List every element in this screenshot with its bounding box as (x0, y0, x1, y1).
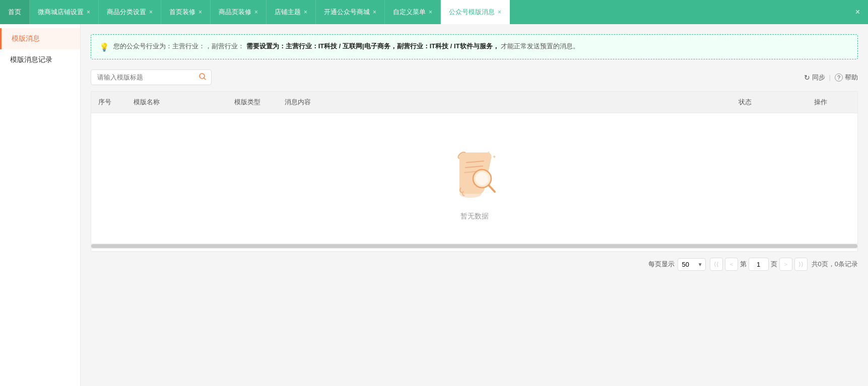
search-input[interactable] (91, 69, 212, 85)
page-size-label: 每页显示 (648, 260, 675, 269)
nav-tab-product-category-close[interactable]: × (149, 9, 153, 16)
prev-page-button[interactable]: ＜ (725, 258, 738, 271)
search-bar: ↻ 同步 | ? 帮助 (91, 69, 858, 85)
col-header-seq: 序号 (91, 92, 126, 113)
col-header-content: 消息内容 (278, 92, 731, 113)
svg-point-7 (476, 172, 489, 185)
main-layout: 模版消息 模版消息记录 💡 您的公众号行业为：主营行业：，副营行业： 需要设置为… (0, 24, 868, 386)
sidebar: 模版消息 模版消息记录 (0, 24, 81, 386)
nav-tab-shop-theme-close[interactable]: × (304, 9, 307, 16)
sidebar-item-template-message[interactable]: 模版消息 (0, 28, 80, 49)
sync-icon: ↻ (804, 73, 810, 82)
total-info: 共0页，0条记录 (812, 260, 858, 269)
page-input[interactable] (749, 258, 769, 271)
page-size-select: 每页显示 50 10 20 100 ▼ (648, 258, 706, 271)
nav-tab-shop-theme-label: 店铺主题 (275, 8, 301, 17)
col-header-status: 状态 (731, 92, 807, 113)
nav-tab-product-page-close[interactable]: × (254, 9, 258, 16)
empty-text: 暂无数据 (460, 212, 489, 221)
table-header-row: 序号 模版名称 模版类型 消息内容 状态 (91, 92, 857, 113)
notice-text: 您的公众号行业为：主营行业：，副营行业： 需要设置为：主营行业：IT科技 / 互… (113, 42, 579, 51)
svg-text:✦: ✦ (492, 154, 496, 160)
nav-tab-template-message-label: 公众号模版消息 (449, 8, 495, 17)
data-table: 序号 模版名称 模版类型 消息内容 状态 (91, 92, 857, 241)
nav-tab-home-label: 首页 (8, 8, 21, 17)
page-input-wrap (749, 258, 769, 271)
page-size-dropdown[interactable]: 50 10 20 100 (678, 258, 706, 271)
nav-tab-shop-theme[interactable]: 店铺主题 × (266, 0, 316, 24)
nav-tab-custom-menu[interactable]: 自定义菜单 × (385, 0, 441, 24)
nav-tab-product-category-label: 商品分类设置 (107, 8, 146, 17)
empty-illustration: ✦ ✦ (444, 143, 505, 204)
col-header-name: 模版名称 (126, 92, 227, 113)
top-navigation: 首页 微商城店铺设置 × 商品分类设置 × 首页装修 × 商品页装修 × 店铺主… (0, 0, 868, 24)
nav-tab-open-mall-label: 开通公众号商城 (324, 8, 370, 17)
svg-text:✦: ✦ (487, 150, 490, 154)
horizontal-scrollbar[interactable] (91, 243, 857, 249)
page-size-wrap: 50 10 20 100 ▼ (678, 258, 706, 271)
nav-tab-open-mall[interactable]: 开通公众号商城 × (316, 0, 385, 24)
notice-banner: 💡 您的公众号行业为：主营行业：，副营行业： 需要设置为：主营行业：IT科技 /… (91, 34, 858, 59)
nav-tab-template-message[interactable]: 公众号模版消息 × (441, 0, 510, 24)
notice-icon: 💡 (99, 42, 109, 52)
sidebar-item-template-message-label: 模版消息 (12, 34, 40, 42)
nav-tab-wechat-shop-close[interactable]: × (87, 9, 90, 16)
next-page-button[interactable]: ＞ (779, 258, 792, 271)
nav-tab-open-mall-close[interactable]: × (373, 9, 376, 16)
nav-tab-template-message-close[interactable]: × (498, 9, 501, 16)
search-input-wrap (91, 69, 212, 85)
col-header-action: 操作 (807, 92, 857, 113)
nav-close-all-button[interactable]: × (847, 8, 868, 17)
sync-label: 同步 (812, 73, 825, 82)
col-header-type: 模版类型 (227, 92, 278, 113)
nav-tab-custom-menu-close[interactable]: × (429, 9, 432, 16)
svg-line-8 (489, 185, 495, 192)
nav-tab-wechat-shop-label: 微商城店铺设置 (38, 8, 84, 17)
empty-state: ✦ ✦ 暂无数据 (91, 113, 857, 241)
nav-tab-wechat-shop[interactable]: 微商城店铺设置 × (30, 0, 99, 24)
nav-tab-homepage-label: 首页装修 (169, 8, 195, 17)
nav-tab-product-page-label: 商品页装修 (219, 8, 251, 17)
nav-tab-homepage-close[interactable]: × (198, 9, 202, 16)
nav-tab-home[interactable]: 首页 (0, 0, 30, 24)
search-left (91, 69, 212, 85)
empty-state-row: ✦ ✦ 暂无数据 (91, 113, 857, 242)
first-page-button[interactable]: ⟨⟨ (710, 258, 723, 271)
scrollbar-thumb[interactable] (91, 244, 857, 248)
nav-tab-product-category[interactable]: 商品分类设置 × (99, 0, 161, 24)
page-label-after: 页 (771, 260, 777, 269)
nav-tab-homepage[interactable]: 首页装修 × (161, 0, 211, 24)
page-navigation: ⟨⟨ ＜ 第 页 ＞ ⟩⟩ (710, 258, 808, 271)
data-table-container: 序号 模版名称 模版类型 消息内容 状态 (91, 91, 858, 252)
sidebar-item-template-record-label: 模版消息记录 (10, 55, 52, 63)
help-label: 帮助 (845, 73, 858, 82)
divider: | (829, 73, 831, 81)
search-button[interactable] (198, 72, 207, 83)
nav-tab-custom-menu-label: 自定义菜单 (393, 8, 426, 17)
search-right: ↻ 同步 | ? 帮助 (804, 73, 858, 82)
page-label-before: 第 (740, 260, 747, 269)
svg-line-1 (204, 78, 206, 80)
main-content: 💡 您的公众号行业为：主营行业：，副营行业： 需要设置为：主营行业：IT科技 /… (81, 24, 868, 386)
help-icon: ? (835, 73, 843, 82)
pagination: 每页显示 50 10 20 100 ▼ ⟨⟨ ＜ 第 (91, 252, 858, 273)
sidebar-item-template-record[interactable]: 模版消息记录 (0, 49, 80, 70)
nav-tab-product-page[interactable]: 商品页装修 × (211, 0, 266, 24)
sync-button[interactable]: ↻ 同步 (804, 73, 825, 82)
help-button[interactable]: ? 帮助 (835, 73, 858, 82)
last-page-button[interactable]: ⟩⟩ (794, 258, 808, 271)
